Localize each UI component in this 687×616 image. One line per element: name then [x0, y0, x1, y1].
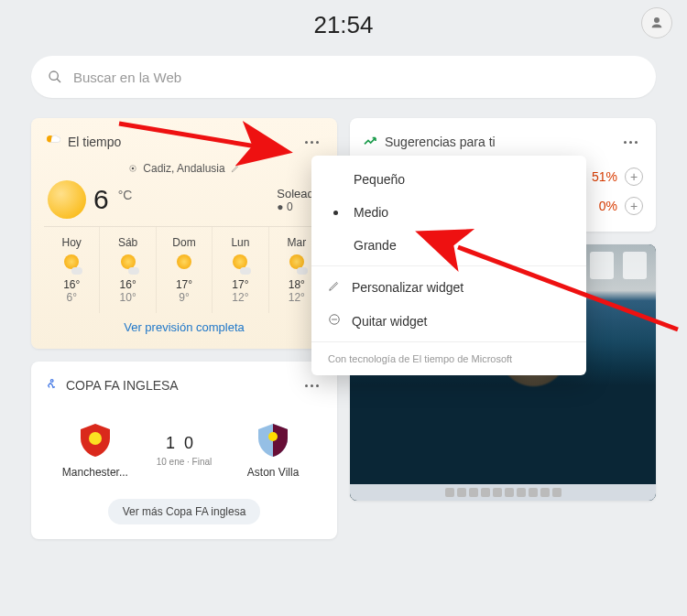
- menu-separator: [311, 341, 586, 342]
- sports-more-link[interactable]: Ver más Copa FA inglesa: [108, 499, 261, 524]
- profile-button[interactable]: [641, 7, 672, 38]
- menu-separator: [311, 265, 586, 266]
- away-team[interactable]: Aston Villa: [232, 422, 314, 479]
- weather-location[interactable]: Cadiz, Andalusia: [44, 162, 324, 175]
- svg-line-1: [57, 79, 60, 82]
- weather-more-button[interactable]: [299, 129, 324, 155]
- selected-dot-icon: [328, 211, 343, 215]
- weather-full-link[interactable]: Ver previsión completa: [44, 313, 324, 338]
- forecast-day[interactable]: Sáb 16° 10°: [100, 227, 156, 313]
- pencil-icon: [231, 164, 240, 173]
- weather-title: El tiempo: [68, 135, 291, 149]
- weather-day-icon: [119, 254, 137, 273]
- person-icon: [649, 15, 665, 31]
- running-icon: [44, 377, 59, 394]
- more-icon: [305, 384, 319, 387]
- forecast-row: Hoy 16° 6° Sáb 16° 10° Dom 17° 9° Lun 17…: [44, 226, 324, 313]
- weather-icon: [44, 133, 60, 152]
- desktop-icons: [590, 252, 647, 279]
- taskbar: [350, 484, 656, 501]
- search-icon: [48, 70, 62, 84]
- forecast-day[interactable]: Hoy 16° 6°: [44, 227, 100, 313]
- sports-widget: COPA FA INGLESA Manchester... 10 10 ene …: [31, 362, 337, 539]
- svg-point-6: [268, 432, 278, 441]
- pencil-icon: [328, 279, 341, 295]
- menu-item-small[interactable]: Pequeño: [311, 163, 586, 196]
- suggestions-title: Sugerencias para ti: [385, 135, 610, 149]
- trend-icon: [363, 134, 377, 151]
- suggestions-more-button[interactable]: [617, 129, 643, 155]
- svg-point-5: [89, 432, 102, 445]
- menu-powered-by: Con tecnología de El tiempo de Microsoft: [311, 346, 586, 368]
- search-input[interactable]: [73, 70, 639, 85]
- suggestion-percent: 51%: [592, 169, 617, 184]
- widget-size-menu: Pequeño Medio Grande Personalizar widget…: [311, 156, 586, 375]
- menu-item-large[interactable]: Grande: [311, 229, 586, 262]
- temp-unit: °C: [118, 188, 133, 202]
- mufc-crest-icon: [77, 422, 114, 459]
- clock: 21:54: [0, 0, 687, 39]
- remove-icon: [328, 313, 341, 329]
- svg-point-3: [132, 168, 135, 170]
- avfc-crest-icon: [255, 422, 291, 459]
- weather-day-icon: [288, 254, 306, 273]
- more-icon: [624, 141, 638, 144]
- weather-day-icon: [231, 254, 249, 273]
- weather-day-icon: [62, 254, 81, 273]
- forecast-day[interactable]: Dom 17° 9°: [157, 227, 213, 313]
- menu-item-medium[interactable]: Medio: [311, 196, 586, 229]
- search-bar[interactable]: [31, 56, 656, 98]
- more-icon: [305, 141, 319, 144]
- sun-icon: [48, 180, 86, 219]
- weather-widget: El tiempo Cadiz, Andalusia 6 °C Soleado: [31, 118, 337, 349]
- target-icon: [128, 164, 137, 173]
- current-temp: 6: [93, 184, 109, 215]
- suggestion-percent: 0%: [599, 199, 617, 213]
- add-button[interactable]: +: [625, 197, 643, 215]
- menu-item-customize[interactable]: Personalizar widget: [311, 270, 586, 304]
- menu-item-remove[interactable]: Quitar widget: [311, 304, 586, 338]
- forecast-day[interactable]: Lun 17° 12°: [213, 227, 268, 313]
- weather-day-icon: [175, 254, 193, 273]
- home-team[interactable]: Manchester...: [54, 422, 136, 479]
- sports-more-button[interactable]: [299, 373, 324, 398]
- match-score: 10 10 ene · Final: [157, 434, 213, 467]
- add-button[interactable]: +: [625, 168, 643, 186]
- sports-title: COPA FA INGLESA: [66, 378, 291, 393]
- svg-point-0: [49, 71, 58, 80]
